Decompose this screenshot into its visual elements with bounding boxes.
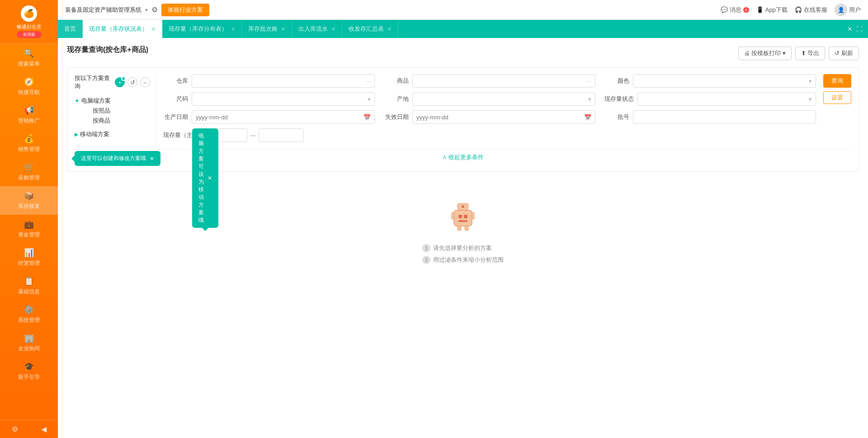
topbar-settings-btn[interactable]: ⚙	[151, 5, 158, 14]
sidebar-item-system[interactable]: ⚙️ 系统管理	[0, 300, 58, 329]
size-input[interactable]: ▾	[192, 92, 375, 106]
origin-input[interactable]: ▾	[412, 92, 595, 106]
logo-text: 畅通好生意 标准版	[17, 24, 42, 38]
svg-rect-5	[472, 212, 474, 219]
expiry-date-cal-icon[interactable]: 📅	[584, 114, 591, 121]
print-btn[interactable]: 🖨 按模板打印 ▾	[738, 47, 792, 60]
expiry-date-input[interactable]: 📅	[412, 110, 595, 124]
scheme-desktop[interactable]: ▼ 电脑端方案	[75, 96, 150, 106]
sidebar-item-basic-info[interactable]: 📋 基础信息	[0, 272, 58, 300]
refresh-small-icon: ↺	[130, 79, 135, 86]
tab-close-inventory-status[interactable]: ✕	[151, 26, 156, 32]
sidebar-settings-btn[interactable]: ⚙	[12, 425, 18, 433]
color-caret-icon: ▾	[809, 78, 812, 85]
sidebar-item-label: 经营管理	[18, 259, 40, 267]
filter-header: 按以下方案查询 + ↺	[75, 74, 150, 90]
filter-row-1: 仓库 ··· 商品 ···	[163, 74, 816, 88]
sidebar-item-search-menu[interactable]: 🔍 搜索菜单	[0, 44, 58, 72]
sidebar-item-quick-nav[interactable]: 🧭 快捷导航	[0, 72, 58, 101]
scheme-arrow-desktop[interactable]: ▼	[75, 98, 80, 104]
stock-status-label: 现存量状态	[604, 95, 634, 103]
add-scheme-btn[interactable]: +	[115, 77, 125, 87]
set-btn[interactable]: 设置	[823, 91, 851, 104]
sidebar-item-marketing[interactable]: 📢 营销推广	[0, 101, 58, 129]
tab-close-all-icon[interactable]: ✕	[847, 25, 853, 33]
filter-field-size: 尺码 ▾	[163, 92, 375, 106]
sidebar-item-sales[interactable]: 💰 销售管理	[0, 129, 58, 158]
scheme-mobile-label: 移动端方案	[80, 130, 109, 138]
empty-hints: 1 请先选择要分析的方案 2 用过滤条件来缩小分析范围	[422, 242, 504, 266]
collapse-bar[interactable]: ∧ 收起更多条件	[75, 149, 851, 165]
stock-qty-max-input[interactable]	[259, 128, 304, 142]
expiry-date-text[interactable]	[416, 114, 584, 121]
filter-right: 仓库 ··· 商品 ···	[156, 74, 816, 146]
app-download-btn[interactable]: 📱 App下载	[756, 6, 788, 14]
headset-icon: 🎧	[795, 6, 802, 13]
sidebar-collapse-btn[interactable]: ◀	[41, 425, 47, 433]
tab-close-flow[interactable]: ✕	[331, 26, 335, 32]
tab-close-batch-account[interactable]: ✕	[281, 26, 285, 32]
hint-num-1: 1	[422, 244, 430, 252]
guide-icon: 🎓	[24, 362, 34, 372]
scheme-tooltip-close[interactable]: ✕	[150, 155, 154, 162]
industry-btn[interactable]: 体验行业方案	[161, 4, 209, 16]
tab-close-inventory-dist[interactable]: ✕	[231, 26, 235, 32]
system-dropdown-icon[interactable]: ▾	[145, 7, 148, 13]
print-dropdown-icon[interactable]: ▾	[783, 50, 786, 57]
goods-input[interactable]: ···	[412, 74, 595, 88]
phone-icon: 📱	[756, 6, 764, 13]
tab-flow[interactable]: 出入库流水 ✕	[292, 20, 342, 38]
filter-row-2: 尺码 ▾ 产地 ▾	[163, 92, 816, 106]
svg-rect-6	[458, 226, 461, 231]
sub-scheme-desktop: 按照品 按商品	[75, 106, 150, 126]
sidebar-item-guide[interactable]: 🎓 新手引导	[0, 357, 58, 386]
logo-icon: 🍊	[21, 5, 37, 22]
notifications-btn[interactable]: 💬 消息 6	[721, 6, 749, 14]
sidebar-item-purchase[interactable]: 🛒 采购管理	[0, 158, 58, 186]
tab-inventory-dist[interactable]: 现存量（库存分布表） ✕	[162, 20, 242, 38]
refresh-btn[interactable]: ↺ 刷新	[829, 47, 859, 60]
sidebar-item-inventory[interactable]: 📦 库存核算	[0, 186, 58, 215]
tab-inventory-status[interactable]: 现存量（库存状况表） ✕	[83, 20, 162, 38]
color-input[interactable]: ▾	[633, 74, 816, 88]
warehouse-input[interactable]: ···	[192, 74, 375, 88]
filter-body: 按以下方案查询 + ↺	[75, 74, 851, 146]
prod-date-input[interactable]: 📅	[192, 110, 375, 124]
sidebar-item-enterprise[interactable]: 🏢 企业协同	[0, 329, 58, 357]
plan-tooltip-close[interactable]: ✕	[208, 175, 212, 181]
svg-rect-1	[458, 215, 462, 218]
goods-label: 商品	[384, 77, 409, 85]
tab-summary[interactable]: 收发存汇总表 ✕	[342, 20, 398, 38]
search-btn[interactable]: 查询	[823, 74, 851, 88]
plan-tooltip: 电脑方案可设为移动方案哦 ✕	[192, 128, 218, 228]
plus-icon: +	[118, 79, 122, 86]
online-support-btn[interactable]: 🎧 在线客服	[795, 6, 827, 14]
sidebar-item-finance[interactable]: 💼 资金管理	[0, 215, 58, 243]
prod-date-text[interactable]	[196, 114, 363, 121]
scheme-mobile[interactable]: ▶ 移动端方案	[75, 129, 150, 139]
tab-close-summary[interactable]: ✕	[387, 26, 392, 32]
tab-expand-icon[interactable]: ⛶	[856, 25, 863, 33]
topbar-right: 💬 消息 6 📱 App下载 🎧 在线客服 👤 用户	[721, 4, 861, 16]
stock-status-input[interactable]: ▾	[637, 92, 816, 106]
filter-panel: 按以下方案查询 + ↺	[67, 67, 859, 172]
export-btn[interactable]: ⬆ 导出	[795, 47, 826, 60]
tab-home[interactable]: 首页	[58, 20, 83, 38]
message-icon: 💬	[721, 6, 728, 13]
batch-no-input[interactable]	[633, 110, 816, 124]
sidebar-item-operations[interactable]: 📊 经营管理	[0, 243, 58, 272]
logo-badge: 标准版	[17, 31, 42, 38]
scheme-arrow-mobile[interactable]: ▶	[75, 132, 78, 137]
origin-caret-icon: ▾	[588, 96, 591, 103]
back-scheme-btn[interactable]: ←	[140, 77, 150, 87]
topbar-left: 装备及固定资产辅助管理系统 ▾ ⚙ 体验行业方案	[65, 4, 209, 16]
prod-date-cal-icon[interactable]: 📅	[363, 114, 371, 121]
tabbar: 首页 现存量（库存状况表） ✕ 现存量（库存分布表） ✕ 库存批次账 ✕ 出入库…	[58, 20, 868, 38]
sidebar-bottom: ⚙ ◀	[0, 420, 58, 438]
scheme-item-by-warehouse[interactable]: 按照品	[85, 106, 150, 116]
user-menu[interactable]: 👤 用户	[835, 4, 861, 16]
tab-batch-account[interactable]: 库存批次账 ✕	[242, 20, 292, 38]
scheme-item-by-goods[interactable]: 按商品	[85, 116, 150, 126]
refresh-scheme-btn[interactable]: ↺	[127, 77, 137, 87]
scheme-tooltip: 这里可以创建和修改方案哦 ✕	[75, 151, 160, 166]
